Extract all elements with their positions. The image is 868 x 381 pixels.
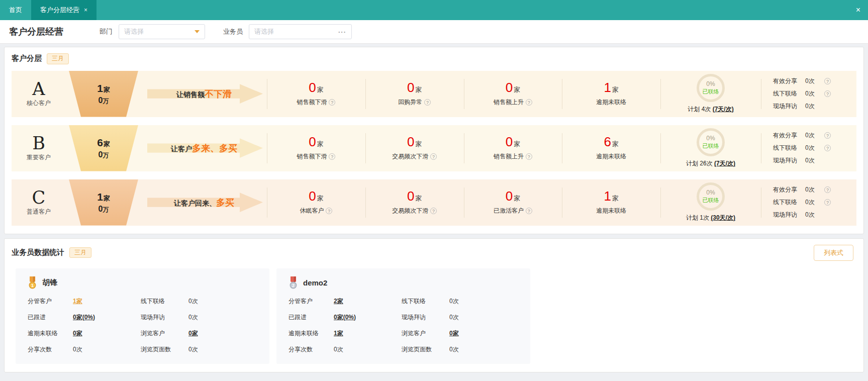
stat-value-line: 0家 — [506, 189, 520, 203]
help-icon[interactable] — [430, 208, 437, 214]
help-icon[interactable] — [526, 99, 532, 106]
metric-value: 0次 — [188, 345, 257, 354]
help-icon[interactable] — [824, 186, 831, 193]
tier-customer-count-unit: 家 — [104, 195, 110, 202]
dept-filter-label: 部门 — [100, 27, 113, 36]
plan-frequency-link[interactable]: (30天/次) — [711, 214, 735, 221]
stat-label-line: 销售额下滑 — [297, 152, 335, 161]
help-icon[interactable] — [824, 145, 831, 151]
stat-column-2: 0家 回购异常 — [365, 71, 464, 117]
help-icon[interactable] — [526, 208, 532, 214]
help-icon[interactable] — [329, 153, 335, 160]
progress-percent: 0% — [706, 189, 715, 196]
salesman-picker-input[interactable]: 请选择 ··· — [249, 24, 352, 39]
tier-row: A 核心客户 1家 0万 让销售额不下滑 0家 销售额下滑 — [12, 71, 856, 117]
overdue-value: 6 — [604, 134, 611, 149]
help-icon[interactable] — [824, 78, 831, 84]
stat-label-line: 逾期未联络 — [596, 207, 626, 215]
plan-frequency-link[interactable]: (7天/次) — [714, 160, 735, 167]
help-icon[interactable] — [326, 208, 332, 214]
ellipsis-picker-icon[interactable]: ··· — [338, 28, 346, 36]
stat-label: 休眠客户 — [300, 207, 324, 215]
help-icon[interactable] — [424, 99, 431, 106]
activity-value: 0次 — [805, 185, 822, 194]
contact-plan: 计划 4次 (7天/次) — [688, 105, 733, 114]
stat-label-line: 逾期未联络 — [596, 152, 626, 161]
progress-status: 已联络 — [703, 197, 719, 204]
help-icon[interactable] — [824, 132, 831, 139]
tier-funnel: 6家 0万 — [66, 125, 141, 171]
metric-value[interactable]: 2家 — [334, 297, 402, 306]
metric-value[interactable]: 0家(0%) — [73, 313, 141, 322]
help-icon[interactable] — [329, 99, 335, 106]
segmentation-title: 客户分层 — [12, 54, 42, 63]
stat-column-2: 0家 交易频次下滑 — [365, 179, 464, 226]
stat-value-line: 0家 — [407, 189, 422, 203]
metric-value[interactable]: 1家 — [73, 297, 141, 306]
activity-value: 0次 — [805, 131, 822, 140]
metric-value[interactable]: 0家(0%) — [334, 313, 402, 322]
help-icon[interactable] — [824, 199, 831, 206]
plan-frequency-link[interactable]: (7天/次) — [713, 106, 734, 113]
list-view-button[interactable]: 列表式 — [814, 245, 853, 261]
overdue-column: 1家 逾期未联络 — [562, 179, 660, 226]
salesman-filter: 业务员 请选择 ··· — [223, 24, 352, 39]
contact-progress: 0% 已联络 计划 4次 (7天/次) — [660, 71, 761, 117]
metric-label: 分享次数 — [288, 345, 334, 354]
stat-label-line: 交易频次下滑 — [392, 207, 437, 215]
salesman-card-header: 1 胡锋 — [28, 276, 257, 289]
salesman-name: demo2 — [303, 278, 327, 287]
help-icon[interactable] — [824, 90, 831, 97]
tab-home[interactable]: 首页 — [0, 0, 31, 20]
tier-identity: B 重要客户 — [12, 125, 66, 171]
metric-value[interactable]: 0家 — [449, 329, 518, 338]
tier-sales-amount-unit: 万 — [103, 98, 109, 105]
tier-name: 核心客户 — [27, 99, 51, 108]
stat-label: 销售额上升 — [494, 152, 524, 161]
tier-letter: C — [32, 188, 46, 207]
tier-sales-amount-line: 0万 — [97, 96, 110, 106]
stat-column-1: 0家 休眠客户 — [267, 179, 365, 226]
stat-column-2: 0家 交易频次下滑 — [365, 125, 464, 171]
close-icon[interactable]: × — [848, 0, 868, 20]
stat-unit: 家 — [415, 140, 422, 148]
funnel-figures: 1家 0万 — [97, 82, 110, 106]
tab-customer-segmentation[interactable]: 客户分层经营 × — [31, 0, 97, 20]
stat-value-line: 0家 — [309, 189, 323, 203]
slogan-prefix: 让销售额 — [176, 90, 205, 99]
slogan-prefix: 让客户 — [171, 145, 192, 153]
tier-letter: A — [32, 80, 45, 99]
activity-label: 线下联络 — [773, 144, 805, 152]
progress-percent: 0% — [706, 80, 715, 87]
tier-customer-count: 1 — [97, 191, 103, 203]
activity-stats: 有效分享 0次 线下联络 0次 现场拜访 0次 — [761, 125, 856, 171]
tier-row: B 重要客户 6家 0万 让客户多来、多买 0家 销售额下滑 — [12, 125, 856, 171]
salesman-filter-label: 业务员 — [223, 27, 243, 36]
stat-label-line: 回购异常 — [398, 98, 431, 107]
activity-value: 0次 — [805, 89, 822, 98]
dept-select-placeholder: 请选择 — [124, 27, 195, 36]
help-icon[interactable] — [526, 153, 532, 160]
tier-name: 重要客户 — [27, 153, 51, 162]
overdue-column: 6家 逾期未联络 — [562, 125, 660, 171]
metric-value[interactable]: 0家 — [188, 329, 257, 338]
metric-value[interactable]: 0家 — [73, 329, 141, 338]
stat-label-line: 销售额上升 — [494, 152, 532, 161]
dept-select[interactable]: 请选择 — [119, 24, 205, 39]
metric-label: 分管客户 — [288, 297, 334, 306]
close-tab-icon[interactable]: × — [84, 7, 87, 14]
activity-row: 线下联络 0次 — [773, 144, 856, 152]
stat-label: 销售额上升 — [494, 98, 524, 107]
help-icon[interactable] — [430, 153, 437, 160]
metric-value[interactable]: 1家 — [334, 329, 402, 338]
topbar: 首页 客户分层经营 × × — [0, 0, 868, 20]
stat-value-line: 6家 — [604, 135, 618, 148]
stat-unit: 家 — [514, 195, 520, 202]
tier-sales-amount-unit: 万 — [103, 152, 109, 159]
stat-label-line: 销售额上升 — [494, 98, 532, 107]
stat-value: 0 — [506, 188, 513, 204]
metric-value: 0次 — [449, 313, 518, 322]
toolbar: 客户分层经营 部门 请选择 业务员 请选择 ··· — [0, 20, 868, 44]
stat-label: 交易频次下滑 — [392, 207, 428, 215]
stat-value-line: 0家 — [309, 81, 323, 94]
